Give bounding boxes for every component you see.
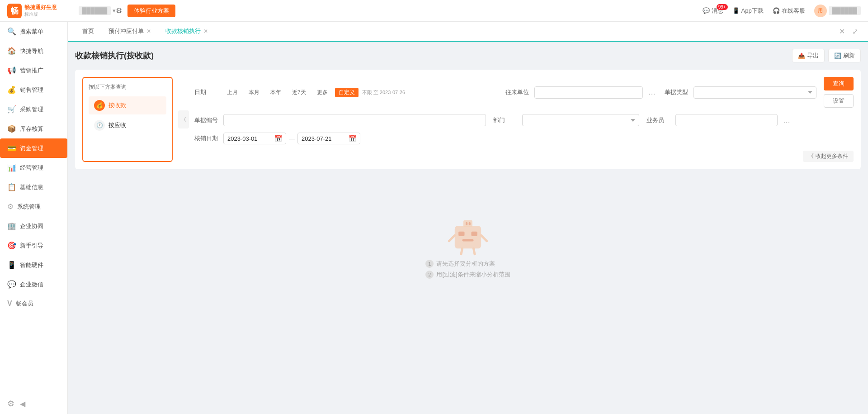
sidebar-item-sales[interactable]: 💰 销售管理 — [0, 80, 67, 100]
sidebar-item-purchase[interactable]: 🛒 采购管理 — [0, 100, 67, 119]
writeoff-date-end[interactable] — [302, 135, 347, 142]
writeoff-date-range: 📅 — 📅 — [223, 133, 360, 144]
marketing-icon: 📢 — [7, 66, 16, 75]
filter-option-by-receipt[interactable]: 💰 按收款 — [89, 96, 166, 114]
sidebar-item-marketing[interactable]: 📢 营销推广 — [0, 61, 67, 80]
svg-rect-2 — [472, 232, 477, 236]
receivable-icon: 🕐 — [94, 120, 105, 131]
filter-row-2: 单据编号 部门 业务员 — [194, 114, 854, 126]
partner-more-btn[interactable]: … — [646, 88, 657, 96]
date-btn-more[interactable]: 更多 — [313, 88, 331, 97]
headset-icon: 🎧 — [773, 7, 780, 14]
wecom-icon: 💬 — [7, 280, 16, 289]
tab-prepay[interactable]: 预付冲应付单 ✕ — [101, 22, 158, 42]
sidebar-item-guide[interactable]: 🎯 新手引导 — [0, 236, 67, 255]
sidebar-item-inventory[interactable]: 📦 库存核算 — [0, 119, 67, 138]
writeoff-date-label: 核销日期 — [194, 134, 220, 143]
messages-button[interactable]: 💬 消息 99+ — [703, 7, 723, 15]
doc-type-select[interactable] — [693, 86, 816, 99]
logo-icon: 畅 — [7, 4, 22, 18]
sidebar-item-system[interactable]: ⚙ 系统管理 — [0, 197, 67, 216]
svg-rect-3 — [462, 239, 474, 242]
member-icon: V — [7, 300, 12, 308]
main-content: 首页 预付冲应付单 ✕ 收款核销执行 ✕ ✕ ⤢ 收款核销执行(按收款) — [68, 22, 868, 414]
filter-fields: 日期 上月 本月 本年 近7天 更多 自定义 不限 至 2023-07-26 — [194, 77, 854, 162]
gear-button[interactable]: ⚙ — [116, 6, 122, 15]
writeoff-date-start[interactable] — [227, 135, 273, 142]
topbar: 畅 畅捷通好生意 标准版 ██████ ▾ ⚙ 体验行业方案 💬 消息 99+ … — [0, 0, 868, 22]
svg-rect-6 — [469, 222, 471, 225]
date-btn-7days[interactable]: 近7天 — [288, 88, 310, 97]
date-field: 日期 上月 本月 本年 近7天 更多 自定义 不限 至 2023-07-26 — [194, 88, 498, 97]
query-button[interactable]: 查询 — [824, 77, 854, 90]
tab-prepay-close[interactable]: ✕ — [146, 28, 151, 34]
sidebar-item-finance[interactable]: 💳 资金管理 — [0, 138, 67, 158]
doc-no-label: 单据编号 — [194, 116, 220, 124]
sidebar-item-member[interactable]: V 畅会员 — [0, 294, 67, 313]
writeoff-date-field: 核销日期 📅 — 📅 — [194, 133, 490, 144]
collapse-sidebar-btn[interactable]: ◀ — [20, 400, 25, 408]
svg-line-10 — [474, 248, 475, 254]
inventory-icon: 📦 — [7, 124, 16, 133]
sidebar-bottom: ⚙ ◀ — [0, 393, 67, 414]
purchase-icon: 🛒 — [7, 105, 16, 114]
expand-icon[interactable]: ⤢ — [849, 27, 861, 36]
logo: 畅 畅捷通好生意 标准版 — [7, 4, 75, 18]
export-button[interactable]: 📤 导出 — [792, 49, 825, 62]
tip-num-1: 1 — [425, 260, 434, 268]
sidebar-item-quick-nav[interactable]: 🏠 快捷导航 — [0, 41, 67, 61]
close-tab-icon[interactable]: ✕ — [836, 27, 848, 36]
refresh-button[interactable]: 🔄 刷新 — [828, 49, 861, 62]
tab-receipt-writeoff[interactable]: 收款核销执行 ✕ — [158, 22, 215, 42]
page-actions: 📤 导出 🔄 刷新 — [792, 49, 861, 62]
tab-home[interactable]: 首页 — [75, 22, 101, 42]
date-note: 不限 至 2023-07-26 — [362, 89, 405, 96]
operation-icon: 📊 — [7, 163, 16, 172]
hardware-icon: 📱 — [7, 261, 16, 269]
partner-input[interactable] — [534, 86, 643, 99]
calendar-end-icon[interactable]: 📅 — [349, 135, 356, 142]
receipt-icon: 💰 — [94, 100, 105, 111]
sidebar-item-wecom[interactable]: 💬 企业微信 — [0, 275, 67, 294]
sidebar-item-hardware[interactable]: 📱 智能硬件 — [0, 255, 67, 275]
sidebar-item-search[interactable]: 🔍 搜索菜单 — [0, 22, 67, 41]
finance-icon: 💳 — [7, 144, 16, 152]
online-service-button[interactable]: 🎧 在线客服 — [773, 7, 805, 15]
tab-receipt-writeoff-close[interactable]: ✕ — [203, 28, 208, 34]
staff-input[interactable] — [675, 114, 778, 126]
user-button[interactable]: 用 ██████ — [814, 5, 861, 17]
bottom-settings-icon[interactable]: ⚙ — [7, 399, 14, 409]
date-btn-this-year[interactable]: 本年 — [267, 88, 285, 97]
sidebar-item-basic-info[interactable]: 📋 基础信息 — [0, 177, 67, 197]
collapse-more-button[interactable]: 《 收起更多条件 — [803, 151, 854, 162]
filter-scheme-panel: 按以下方案查询 💰 按收款 🕐 按应收 — [82, 77, 173, 162]
calendar-start-icon[interactable]: 📅 — [274, 135, 282, 142]
messages-badge: 99+ — [717, 4, 728, 10]
sidebar-item-enterprise[interactable]: 🏢 企业协同 — [0, 216, 67, 236]
svg-rect-4 — [463, 220, 472, 227]
sidebar-item-operation[interactable]: 📊 经营管理 — [0, 158, 67, 177]
app-download-button[interactable]: 📱 App下载 — [732, 7, 764, 15]
dept-select[interactable] — [522, 114, 639, 126]
svg-line-8 — [481, 235, 487, 241]
empty-illustration — [445, 211, 491, 256]
date-btn-last-month[interactable]: 上月 — [223, 88, 241, 97]
collapse-panel-btn[interactable]: 《 — [178, 110, 189, 128]
staff-more-btn[interactable]: … — [781, 116, 792, 124]
writeoff-date-start-wrap: 📅 — [223, 133, 286, 144]
doc-no-input[interactable] — [223, 114, 486, 126]
filter-option-by-receivable[interactable]: 🕐 按应收 — [89, 116, 166, 134]
date-shortcuts: 上月 本月 本年 近7天 更多 自定义 不限 至 2023-07-26 — [223, 88, 405, 97]
date-btn-this-month[interactable]: 本月 — [245, 88, 263, 97]
tabs-actions: ✕ ⤢ — [836, 27, 861, 36]
svg-line-9 — [461, 248, 462, 254]
dropdown-icon[interactable]: ▾ — [113, 7, 116, 14]
settings-button[interactable]: 设置 — [824, 94, 854, 108]
solution-button[interactable]: 体验行业方案 — [127, 5, 175, 17]
doc-type-field: 单据类型 — [665, 86, 816, 99]
date-btn-custom[interactable]: 自定义 — [335, 88, 359, 97]
doc-type-label: 单据类型 — [665, 88, 690, 96]
date-separator: — — [289, 135, 295, 142]
filter-panel-title: 按以下方案查询 — [89, 83, 166, 91]
svg-rect-1 — [458, 232, 464, 236]
